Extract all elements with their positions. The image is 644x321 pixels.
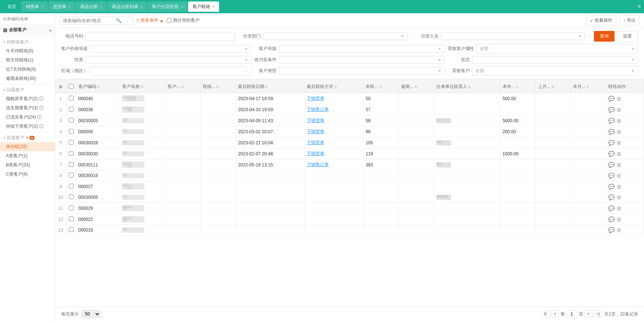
grid-action-icon-3[interactable]: ⊞ (617, 129, 621, 135)
nature-select[interactable]: ▼ (85, 56, 251, 64)
row-method-2[interactable]: 下销货单 (305, 115, 363, 126)
payment-select[interactable]: ▼ (279, 56, 445, 64)
refresh-icon[interactable]: ↻ (26, 136, 29, 140)
grid-action-icon-12[interactable]: ⊞ (617, 227, 621, 233)
tab-product-analysis[interactable]: 商品分析 × (76, 1, 107, 12)
sidebar-item-overdue[interactable]: 逾期未联络(30) (0, 74, 55, 83)
tab-home[interactable]: 首页 (3, 4, 21, 10)
sidebar-item-c-class[interactable]: C类客户(6) (0, 170, 55, 179)
collapse-icon[interactable]: « (49, 27, 52, 33)
main-search-box[interactable]: 🔍 (60, 17, 133, 25)
row-checkbox-1[interactable] (69, 107, 74, 112)
col-last-date-header[interactable]: 最后联络日期⇅ (236, 81, 305, 93)
more-conditions-btn[interactable]: ▽ 更多条件 ▲ (136, 17, 164, 24)
select-all-checkbox[interactable] (69, 84, 74, 89)
row-method-11[interactable] (305, 214, 363, 225)
row-checkbox-2[interactable] (69, 118, 74, 123)
col-type-header[interactable]: 客户...⇅ (165, 81, 200, 93)
grid-action-icon-7[interactable]: ⊞ (617, 173, 621, 179)
row-cb-5[interactable] (66, 148, 76, 159)
chat-icon-6[interactable]: 💬 (608, 162, 615, 168)
row-checkbox-6[interactable] (69, 162, 74, 167)
grid-action-icon-4[interactable]: ⊞ (617, 140, 621, 146)
row-checkbox-11[interactable] (69, 216, 74, 221)
my-customers-checkbox[interactable]: 我分管的客户 (167, 17, 200, 24)
sidebar-item-tomorrow[interactable]: 明天待联络(1) (0, 56, 55, 65)
chat-icon-5[interactable]: 💬 (608, 151, 615, 157)
grid-action-icon-0[interactable]: ⊞ (617, 96, 621, 102)
grid-action-icon-9[interactable]: ⊞ (617, 194, 621, 200)
chat-icon-11[interactable]: 💬 (608, 216, 615, 222)
retail-customer-select[interactable]: 全部 ▼ (472, 66, 638, 76)
sidebar-item-churn-warning[interactable]: 流失预警客户(3) ⓘ (0, 103, 55, 113)
tab-customer-contact[interactable]: 客户联络 × (188, 1, 219, 12)
row-cb-0[interactable] (66, 93, 76, 104)
grid-action-icon-6[interactable]: ⊞ (617, 162, 621, 168)
col-checkbox[interactable] (66, 81, 76, 93)
chat-icon-2[interactable]: 💬 (608, 118, 615, 124)
my-customers-check[interactable] (167, 18, 172, 23)
row-method-12[interactable] (305, 225, 363, 236)
row-cb-1[interactable] (66, 104, 76, 115)
staff-select[interactable]: ▼ (441, 32, 585, 40)
sidebar-item-churned[interactable]: 已流失客户(24) ⓘ (0, 113, 55, 122)
sidebar-item-7days[interactable]: 近7天待联络(0) (0, 65, 55, 74)
tab-close-product-list[interactable]: × (141, 5, 143, 9)
tab-purchase[interactable]: 进货单 × (49, 1, 75, 12)
prev-page-button[interactable]: < (551, 310, 559, 318)
sidebar-item-today[interactable]: 今天待联络(0) (0, 46, 55, 56)
chat-icon-8[interactable]: 💬 (608, 184, 615, 190)
chat-icon-10[interactable]: 💬 (608, 205, 615, 211)
row-cb-12[interactable] (66, 225, 76, 236)
tab-sales[interactable]: 销售单 × (21, 1, 48, 12)
status-select[interactable]: ▼ (472, 56, 638, 64)
row-method-1[interactable]: 下销售订单 (305, 104, 363, 115)
row-method-9[interactable] (305, 192, 363, 203)
row-cb-6[interactable] (66, 159, 76, 170)
col-last-method-header[interactable]: 最后联络方式⇅ (305, 81, 363, 93)
region-select[interactable]: ··· (90, 67, 251, 75)
grid-action-icon-11[interactable]: ⊞ (617, 216, 621, 222)
grid-action-icon-10[interactable]: ⊞ (617, 205, 621, 211)
row-method-4[interactable]: 下销货单 (305, 137, 363, 148)
customer-type-select[interactable]: ▼ (279, 67, 445, 75)
col-contact-header[interactable]: 联络...⇅ (200, 81, 236, 93)
dept-select[interactable]: ▼ (263, 32, 407, 40)
tab-close-customer-tier[interactable]: × (181, 5, 183, 9)
row-method-0[interactable]: 下销货单 (305, 93, 363, 104)
sidebar-item-b-class[interactable]: B类客户(33) (0, 160, 55, 170)
sidebar-item-declining[interactable]: 持续下滑客户(2) ⓘ (0, 122, 55, 131)
row-cb-11[interactable] (66, 214, 76, 225)
chat-icon-3[interactable]: 💬 (608, 129, 615, 135)
col-name-header[interactable]: 客户名称⇅ (120, 81, 165, 93)
chat-icon-12[interactable]: 💬 (608, 227, 615, 233)
row-cb-7[interactable] (66, 170, 76, 181)
all-customers-header[interactable]: ⊞ 全部客户 « (0, 25, 55, 35)
grid-action-icon-8[interactable]: ⊞ (617, 184, 621, 190)
close-all-icon[interactable]: × (638, 3, 641, 10)
row-cb-3[interactable] (66, 126, 76, 137)
customer-level-select[interactable]: ▼ (279, 45, 445, 53)
staff-more-icon[interactable]: ··· (587, 34, 591, 39)
price-level-select[interactable]: ▼ (90, 45, 251, 53)
row-checkbox-7[interactable] (69, 173, 74, 177)
chat-icon-1[interactable]: 💬 (608, 107, 615, 113)
row-checkbox-9[interactable] (69, 194, 74, 199)
row-checkbox-10[interactable] (69, 205, 74, 210)
sidebar-search-box[interactable]: 🔍 (0, 13, 55, 25)
col-company-contact-header[interactable]: 往来单位联系人⇅ (434, 81, 500, 93)
grid-action-icon-2[interactable]: ⊞ (617, 118, 621, 124)
sidebar-item-a-class[interactable]: A类客户(1) (0, 151, 55, 160)
col-overdue-header[interactable]: 逾期...⇅ (398, 81, 434, 93)
reset-button[interactable]: 设置 (617, 31, 638, 42)
sidebar-item-abnormal[interactable]: 囤购异常客户(2) ⓘ (0, 94, 55, 103)
first-page-button[interactable]: K (542, 310, 550, 318)
row-method-7[interactable] (305, 170, 363, 181)
col-this-year-header[interactable]: 本年...⇅ (500, 81, 535, 93)
page-number-input[interactable] (566, 310, 577, 318)
phone-input[interactable] (85, 32, 236, 41)
retail-attr-select[interactable]: 全部 ▼ (476, 44, 638, 54)
col-this-month-header[interactable]: 本月...⇅ (571, 81, 606, 93)
tab-close-purchase[interactable]: × (68, 5, 71, 9)
row-method-6[interactable]: 下销售订单 (305, 159, 363, 170)
